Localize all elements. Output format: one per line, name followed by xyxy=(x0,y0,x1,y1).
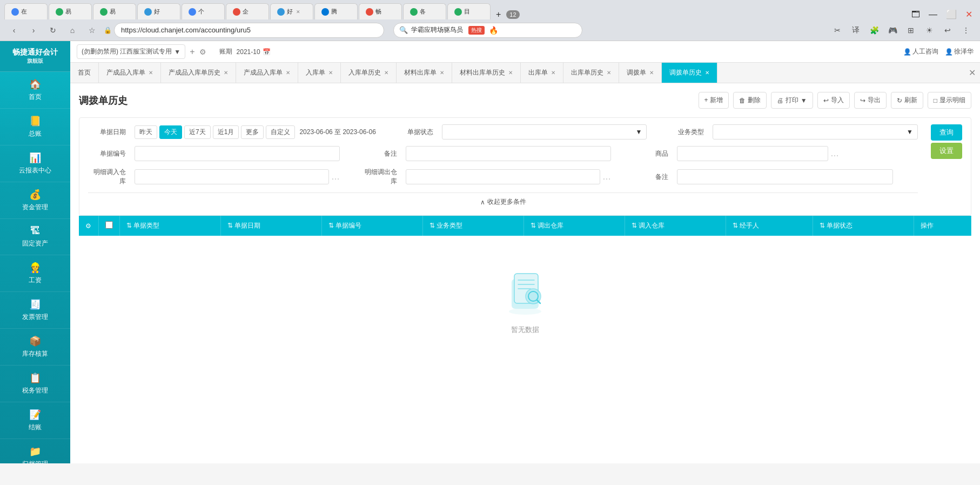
print-btn[interactable]: 🖨 打印 ▼ xyxy=(771,92,813,109)
sidebar-item-assets[interactable]: 🏗 固定资产 xyxy=(0,219,70,255)
th-biz[interactable]: ⇅ 业务类型 xyxy=(422,216,523,236)
sidebar-item-payroll[interactable]: 👷 工资 xyxy=(0,255,70,292)
window-close-btn[interactable]: ✕ xyxy=(962,9,976,19)
window-minimize-btn[interactable]: — xyxy=(925,10,941,19)
forward-btn[interactable]: › xyxy=(26,23,41,38)
sidebar-item-inventory[interactable]: 📦 库存核算 xyxy=(0,329,70,366)
sidebar-item-funds[interactable]: 💰 资金管理 xyxy=(0,182,70,219)
sidebar-item-tax[interactable]: 📋 税务管理 xyxy=(0,366,70,402)
import-btn[interactable]: ↩ 导入 xyxy=(817,92,850,109)
service-btn[interactable]: 👤 人工咨询 xyxy=(903,47,938,56)
sidebar-item-closing[interactable]: 📝 结账 xyxy=(0,402,70,439)
date-btn-today[interactable]: 今天 xyxy=(159,125,182,139)
user-btn[interactable]: 👤 徐泽华 xyxy=(945,47,974,56)
calendar-icon[interactable]: 📅 xyxy=(263,48,271,56)
page-refresh-btn[interactable]: ↻ 刷新 xyxy=(891,92,923,109)
th-status[interactable]: ⇅ 单据状态 xyxy=(813,216,914,236)
tab-inbound[interactable]: 入库单 ✕ xyxy=(298,63,341,83)
sidebar-item-ledger[interactable]: 📒 总账 xyxy=(0,109,70,145)
date-btn-1month[interactable]: 近1月 xyxy=(213,125,239,139)
new-btn[interactable]: + 新增 xyxy=(699,92,729,109)
tab-material-outbound[interactable]: 材料出库单 ✕ xyxy=(397,63,452,83)
delete-btn[interactable]: 🗑 删除 xyxy=(733,92,767,109)
refresh-browser-btn[interactable]: ↻ xyxy=(45,23,61,38)
close-tab-outbound-history[interactable]: ✕ xyxy=(607,70,611,76)
th-in[interactable]: ⇅ 调入仓库 xyxy=(625,216,726,236)
remark-input[interactable] xyxy=(406,146,611,161)
th-date[interactable]: ⇅ 单据日期 xyxy=(220,216,321,236)
date-btn-7days[interactable]: 近7天 xyxy=(184,125,211,139)
sidebar-item-invoice[interactable]: 🧾 发票管理 xyxy=(0,292,70,329)
collapse-btn[interactable]: ∧ 收起更多条件 xyxy=(88,192,918,209)
close-tab-product-inbound2[interactable]: ✕ xyxy=(286,70,290,76)
sidebar-item-archive[interactable]: 📁 归档管理 xyxy=(0,439,70,463)
export-btn[interactable]: ↪ 导出 xyxy=(854,92,887,109)
sidebar-item-home[interactable]: 🏠 首页 xyxy=(0,72,70,109)
tab-transfer[interactable]: 调拨单 ✕ xyxy=(619,63,662,83)
menu-btn[interactable]: ⋮ xyxy=(958,23,974,38)
status-select[interactable]: ▼ xyxy=(442,124,647,139)
detail-out-input[interactable] xyxy=(406,169,600,184)
close-tab-transfer[interactable]: ✕ xyxy=(649,70,654,76)
display-detail-btn[interactable]: □ 显示明细 xyxy=(928,92,971,109)
browser-tab-1[interactable]: 易 xyxy=(49,3,92,19)
extension-btn[interactable]: 🧩 xyxy=(867,23,882,38)
date-btn-more[interactable]: 更多 xyxy=(241,125,264,139)
apps-btn[interactable]: ⊞ xyxy=(903,23,918,38)
voucher-no-input[interactable] xyxy=(135,146,340,161)
undo-btn[interactable]: ↩ xyxy=(940,23,955,38)
th-handler[interactable]: ⇅ 经手人 xyxy=(726,216,813,236)
bookmark-btn[interactable]: ☆ xyxy=(84,23,99,38)
th-no[interactable]: ⇅ 单据编号 xyxy=(321,216,422,236)
browser-tab-2[interactable]: 易 xyxy=(93,3,136,19)
close-tab-transfer-history[interactable]: ✕ xyxy=(705,70,709,76)
tab-product-inbound2[interactable]: 产成品入库单 ✕ xyxy=(236,63,298,83)
browser-tab-3[interactable]: 好 xyxy=(137,3,180,19)
translate-btn[interactable]: 译 xyxy=(848,23,863,38)
company-selector[interactable]: (勿删勿禁用) 江西服宝测试专用 ▼ xyxy=(77,44,185,59)
detail-in-input[interactable] xyxy=(135,169,329,184)
browser-tab-0[interactable]: 在 xyxy=(4,3,48,19)
close-tab-material-outbound-history[interactable]: ✕ xyxy=(508,70,513,76)
close-tab-product-inbound[interactable]: ✕ xyxy=(149,70,153,76)
tab-outbound-history[interactable]: 出库单历史 ✕ xyxy=(563,63,619,83)
new-tab-btn[interactable]: + xyxy=(494,10,503,19)
th-type[interactable]: ⇅ 单据类型 xyxy=(119,216,220,236)
detail-in-more-btn[interactable]: … xyxy=(331,172,340,182)
remark2-input[interactable] xyxy=(677,169,893,184)
browser-tab-10[interactable]: 目 xyxy=(447,3,491,19)
tab-inbound-history[interactable]: 入库单历史 ✕ xyxy=(341,63,397,83)
close-all-tabs-btn[interactable]: ✕ xyxy=(964,68,980,78)
tab-product-inbound-history[interactable]: 产成品入库单历史 ✕ xyxy=(161,63,236,83)
tab-outbound[interactable]: 出库单 ✕ xyxy=(521,63,563,83)
th-checkbox[interactable] xyxy=(98,216,119,236)
browser-tab-5[interactable]: 企 xyxy=(226,3,269,19)
browser-tab-8[interactable]: 畅 xyxy=(359,3,402,19)
close-tab-outbound[interactable]: ✕ xyxy=(551,70,555,76)
query-btn[interactable]: 查询 xyxy=(931,124,962,141)
close-tab-material-outbound[interactable]: ✕ xyxy=(440,70,444,76)
select-all-checkbox[interactable] xyxy=(105,221,113,229)
th-out[interactable]: ⇅ 调出仓库 xyxy=(523,216,625,236)
date-btn-custom[interactable]: 自定义 xyxy=(266,125,295,139)
gaming-btn[interactable]: 🎮 xyxy=(885,23,900,38)
filter-settings-btn[interactable]: 设置 xyxy=(931,143,962,159)
settings-top-btn[interactable]: ⚙ xyxy=(199,48,206,56)
address-input[interactable] xyxy=(114,23,384,38)
tab-transfer-history[interactable]: 调拨单历史 ✕ xyxy=(662,63,717,83)
scissors-btn[interactable]: ✂ xyxy=(830,23,845,38)
tab-product-inbound[interactable]: 产成品入库单 ✕ xyxy=(99,63,161,83)
browser-tab-6[interactable]: 好 ✕ xyxy=(270,3,313,19)
sidebar-item-reports[interactable]: 📊 云报表中心 xyxy=(0,145,70,182)
window-maximize-btn[interactable]: ⬜ xyxy=(943,9,960,19)
window-restore-btn[interactable]: 🗔 xyxy=(908,10,923,19)
theme-btn[interactable]: ☀ xyxy=(922,23,937,38)
detail-out-more-btn[interactable]: … xyxy=(602,172,611,182)
home-btn[interactable]: ⌂ xyxy=(65,23,80,38)
tab-close-6[interactable]: ✕ xyxy=(296,9,300,15)
date-btn-yesterday[interactable]: 昨天 xyxy=(135,125,157,139)
tab-home[interactable]: 首页 xyxy=(70,63,99,83)
biz-type-select[interactable]: ▼ xyxy=(713,124,918,139)
browser-tab-4[interactable]: 个 xyxy=(182,3,225,19)
back-btn[interactable]: ‹ xyxy=(6,23,22,38)
